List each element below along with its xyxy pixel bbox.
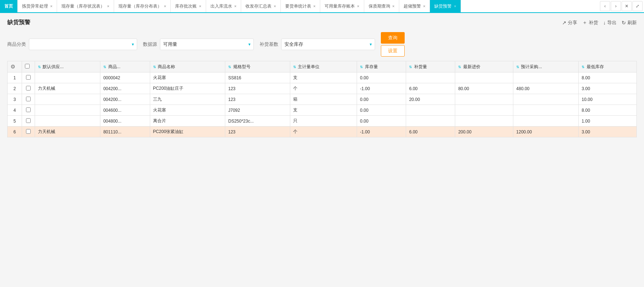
stock-sort-icon: ⇅: [360, 65, 363, 69]
nav-tab-10[interactable]: 超储预警×: [399, 0, 430, 12]
tab-close-6[interactable]: ×: [274, 4, 276, 8]
category-select[interactable]: ▾: [29, 39, 137, 50]
est_purchase-cell-4: [513, 116, 579, 127]
row-checkbox-2[interactable]: [26, 97, 31, 101]
filter-bar: 商品分类 ▾ 数据源 可用量 ▾ 补货基数 安全库存 ▾ 查询 设置: [7, 32, 637, 57]
datasource-label: 数据源: [143, 41, 157, 48]
datasource-filter-group: 数据源 可用量 ▾: [143, 39, 254, 50]
th-spec[interactable]: ⇅ 规格型号: [225, 61, 290, 72]
th-product-code[interactable]: ⇅ 商品...: [100, 61, 150, 72]
supplier-cell-4: [35, 116, 100, 127]
settings-button[interactable]: 设置: [381, 45, 405, 57]
th-stock[interactable]: ⇅ 库存量: [357, 61, 406, 72]
settings-gear-icon[interactable]: ⚙: [10, 63, 15, 70]
refresh-action[interactable]: ↻ 刷新: [622, 19, 637, 26]
th-restock[interactable]: ⇅ 补货量: [406, 61, 455, 72]
table-row: 5004800...离合片DS250*23c...只0.001.00: [8, 116, 637, 127]
data-table: ⚙ ⇅ 默认供应... ⇅ 商品... ⇅ 商品名称 ⇅: [7, 61, 637, 137]
spec-cell-2: 123: [225, 94, 290, 105]
page-header: 缺货预警 ↗ 分享 ＋ 补货 ↓ 导出 ↻ 刷新: [7, 19, 637, 26]
th-supplier[interactable]: ⇅ 默认供应...: [35, 61, 100, 72]
tab-close-10[interactable]: ×: [423, 4, 425, 8]
category-label: 商品分类: [7, 41, 26, 48]
restock-cell-2: 20.00: [406, 94, 455, 105]
est_purchase-cell-1: 480.00: [513, 83, 579, 94]
tab-close-11[interactable]: ×: [454, 4, 456, 8]
nav-prev-btn[interactable]: ‹: [600, 1, 610, 11]
filter-buttons: 查询 设置: [381, 32, 405, 57]
tab-close-1[interactable]: ×: [50, 4, 52, 8]
nav-tab-9[interactable]: 保质期查询×: [364, 0, 399, 12]
row-checkbox-1[interactable]: [26, 86, 31, 90]
th-latest-price[interactable]: ⇅ 最新进价: [455, 61, 513, 72]
restock-sort-icon: ⇅: [409, 65, 412, 69]
th-product-name[interactable]: ⇅ 商品名称: [150, 61, 225, 72]
restock-select[interactable]: 安全库存 ▾: [281, 39, 375, 50]
min_stock-cell-5: 3.00: [579, 127, 637, 137]
product_code-cell-4: 004800...: [100, 116, 150, 127]
th-product-name-label: 商品名称: [158, 64, 175, 69]
datasource-select[interactable]: 可用量 ▾: [160, 39, 254, 50]
nav-tab-6[interactable]: 收发存汇总表×: [241, 0, 280, 12]
category-filter-group: 商品分类 ▾: [7, 39, 137, 50]
tab-close-9[interactable]: ×: [392, 4, 395, 8]
th-est-purchase[interactable]: ⇅ 预计采购...: [513, 61, 579, 72]
nav-tab-1[interactable]: 拣货异常处理×: [18, 0, 57, 12]
stock-cell-2: 0.00: [357, 94, 406, 105]
product_name-cell-4: 离合片: [150, 116, 225, 127]
restock-action[interactable]: ＋ 补货: [582, 19, 598, 26]
row-checkbox-cell-0: [22, 72, 35, 83]
share-action[interactable]: ↗ 分享: [562, 19, 577, 26]
tab-close-2[interactable]: ×: [107, 4, 109, 8]
unit-cell-0: 支: [290, 72, 357, 83]
tab-close-5[interactable]: ×: [234, 4, 236, 8]
page-content: 缺货预警 ↗ 分享 ＋ 补货 ↓ 导出 ↻ 刷新 商品分类: [0, 13, 644, 143]
restock-cell-1: 6.00: [406, 83, 455, 94]
restock-cell-0: [406, 72, 455, 83]
spec-cell-3: J7092: [225, 105, 290, 116]
select-all-checkbox[interactable]: [25, 64, 30, 69]
nav-tab-11[interactable]: 缺货预警×: [430, 0, 461, 12]
nav-close-btn[interactable]: ✕: [622, 1, 632, 11]
tab-close-4[interactable]: ×: [199, 4, 201, 8]
latest_price-cell-2: [455, 94, 513, 105]
unit-cell-3: 支: [290, 105, 357, 116]
nav-expand-btn[interactable]: ⤢: [632, 1, 643, 11]
th-unit-label: 主计量单位: [298, 64, 319, 69]
category-select-arrow: ▾: [132, 42, 134, 47]
stock-cell-3: 0.00: [357, 105, 406, 116]
nav-tab-3[interactable]: 现存量（库存分布表）×: [114, 0, 171, 12]
restock-select-arrow: ▾: [370, 42, 372, 47]
row-checkbox-0[interactable]: [26, 75, 31, 80]
latest_price-cell-0: [455, 72, 513, 83]
refresh-label: 刷新: [627, 19, 637, 26]
nav-tab-7[interactable]: 要货单统计表×: [281, 0, 320, 12]
row-checkbox-5[interactable]: [26, 129, 31, 134]
nav-tab-8[interactable]: 可用量库存账本×: [320, 0, 364, 12]
th-min-stock[interactable]: ⇅ 最低库存: [579, 61, 637, 72]
top-nav: 首页拣货异常处理×现存量（库存状况表）×现存量（库存分布表）×库存批次账×出入库…: [0, 0, 644, 13]
nav-next-btn[interactable]: ›: [611, 1, 621, 11]
row-num-3: 4: [8, 105, 22, 116]
product_code-cell-3: 004600...: [100, 105, 150, 116]
th-supplier-label: 默认供应...: [43, 64, 64, 69]
row-checkbox-4[interactable]: [26, 118, 31, 123]
nav-tab-0[interactable]: 首页: [0, 0, 18, 12]
row-num-4: 5: [8, 116, 22, 127]
product_code-cell-1: 004200...: [100, 83, 150, 94]
stock-cell-0: 0.00: [357, 72, 406, 83]
nav-tab-4[interactable]: 库存批次账×: [171, 0, 206, 12]
tab-close-3[interactable]: ×: [164, 4, 166, 8]
nav-tab-2[interactable]: 现存量（库存状况表）×: [57, 0, 114, 12]
export-action[interactable]: ↓ 导出: [603, 19, 617, 26]
nav-tab-5[interactable]: 出入库流水×: [206, 0, 241, 12]
query-button[interactable]: 查询: [381, 32, 405, 44]
restock-filter-group: 补货基数 安全库存 ▾: [260, 39, 375, 50]
unit-cell-1: 个: [290, 83, 357, 94]
supplier-cell-5: 力天机械: [35, 127, 100, 137]
tab-close-8[interactable]: ×: [357, 4, 359, 8]
th-min-stock-label: 最低库存: [587, 64, 604, 69]
row-checkbox-3[interactable]: [26, 107, 31, 112]
tab-close-7[interactable]: ×: [313, 4, 316, 8]
th-unit[interactable]: ⇅ 主计量单位: [290, 61, 357, 72]
